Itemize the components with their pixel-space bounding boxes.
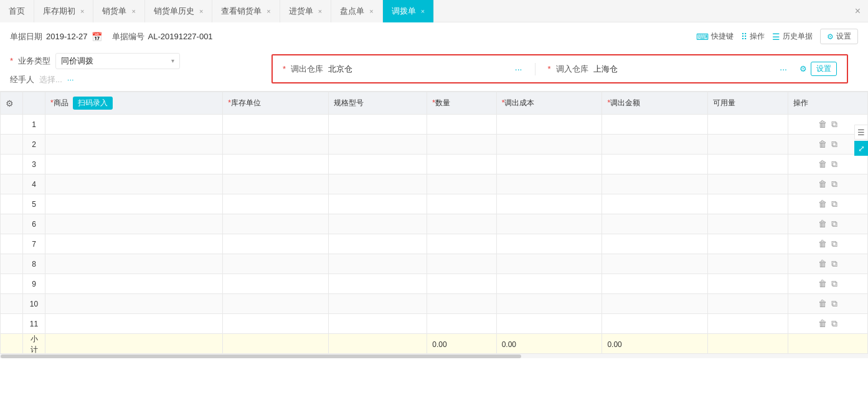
row-unit-cell[interactable] [223, 314, 329, 334]
row-unit-cell[interactable] [223, 194, 329, 214]
row-spec-cell[interactable] [328, 234, 427, 254]
row-product-cell[interactable] [45, 234, 223, 254]
row-unit-cell[interactable] [223, 135, 329, 155]
tab-sales-history[interactable]: 销货单历史 × [145, 0, 212, 22]
delete-icon[interactable]: 🗑 [818, 259, 827, 269]
row-unit-cell[interactable] [223, 294, 329, 314]
row-unit-cell[interactable] [223, 174, 329, 194]
warehouse-out-dots-btn[interactable]: ··· [515, 64, 522, 74]
scrollbar-thumb[interactable] [1, 355, 521, 358]
row-qty-cell[interactable] [427, 174, 496, 194]
row-spec-cell[interactable] [328, 135, 427, 155]
row-amount-cell[interactable] [602, 174, 708, 194]
tab-sales-order[interactable]: 销货单 × [93, 0, 144, 22]
row-available-cell[interactable] [708, 155, 788, 174]
row-product-cell[interactable] [45, 115, 223, 135]
row-spec-cell[interactable] [328, 155, 427, 174]
row-available-cell[interactable] [708, 214, 788, 234]
row-available-cell[interactable] [708, 274, 788, 294]
float-list-icon[interactable]: ☰ [854, 125, 868, 140]
tab-bar-close-btn[interactable]: × [847, 0, 868, 22]
row-available-cell[interactable] [708, 294, 788, 314]
float-expand-icon[interactable]: ⤢ [854, 141, 868, 156]
row-amount-cell[interactable] [602, 294, 708, 314]
config-btn[interactable]: 设置 [811, 62, 837, 76]
row-product-cell[interactable] [45, 155, 223, 174]
row-qty-cell[interactable] [427, 234, 496, 254]
delete-icon[interactable]: 🗑 [818, 199, 827, 209]
table-settings-icon[interactable]: ⚙ [6, 98, 14, 108]
row-product-cell[interactable] [45, 254, 223, 274]
row-qty-cell[interactable] [427, 115, 496, 135]
horizontal-scrollbar[interactable] [0, 353, 868, 358]
row-product-cell[interactable] [45, 274, 223, 294]
row-available-cell[interactable] [708, 135, 788, 155]
copy-icon[interactable]: ⧉ [831, 278, 837, 288]
row-unit-cell[interactable] [223, 115, 329, 135]
tab-sales-history-close[interactable]: × [199, 7, 203, 15]
copy-icon[interactable]: ⧉ [831, 199, 837, 209]
scan-input-btn[interactable]: 扫码录入 [73, 97, 113, 110]
row-qty-cell[interactable] [427, 254, 496, 274]
row-amount-cell[interactable] [602, 214, 708, 234]
row-available-cell[interactable] [708, 254, 788, 274]
tab-sales-order-close[interactable]: × [131, 7, 135, 15]
delete-icon[interactable]: 🗑 [818, 159, 827, 169]
row-product-cell[interactable] [45, 314, 223, 334]
row-spec-cell[interactable] [328, 274, 427, 294]
row-amount-cell[interactable] [602, 194, 708, 214]
row-amount-cell[interactable] [602, 155, 708, 174]
row-cost-cell[interactable] [496, 234, 602, 254]
delete-icon[interactable]: 🗑 [818, 119, 827, 129]
copy-icon[interactable]: ⧉ [831, 318, 837, 328]
row-qty-cell[interactable] [427, 155, 496, 174]
row-amount-cell[interactable] [602, 234, 708, 254]
row-spec-cell[interactable] [328, 294, 427, 314]
row-amount-cell[interactable] [602, 115, 708, 135]
row-qty-cell[interactable] [427, 214, 496, 234]
row-spec-cell[interactable] [328, 194, 427, 214]
tab-inventory-init[interactable]: 库存期初 × [34, 0, 93, 22]
settings-gear-icon[interactable]: ⚙ [800, 64, 807, 74]
row-unit-cell[interactable] [223, 234, 329, 254]
delete-icon[interactable]: 🗑 [818, 239, 827, 249]
copy-icon[interactable]: ⧉ [831, 219, 837, 229]
delete-icon[interactable]: 🗑 [818, 219, 827, 229]
row-product-cell[interactable] [45, 294, 223, 314]
tab-transfer[interactable]: 调拨单 × [383, 0, 434, 22]
row-qty-cell[interactable] [427, 314, 496, 334]
delete-icon[interactable]: 🗑 [818, 298, 827, 308]
row-amount-cell[interactable] [602, 254, 708, 274]
row-unit-cell[interactable] [223, 155, 329, 174]
row-unit-cell[interactable] [223, 214, 329, 234]
row-qty-cell[interactable] [427, 135, 496, 155]
tab-view-sales-close[interactable]: × [267, 7, 270, 15]
copy-icon[interactable]: ⧉ [831, 179, 837, 189]
row-spec-cell[interactable] [328, 115, 427, 135]
row-cost-cell[interactable] [496, 314, 602, 334]
copy-icon[interactable]: ⧉ [831, 259, 837, 269]
row-available-cell[interactable] [708, 115, 788, 135]
delete-icon[interactable]: 🗑 [818, 179, 827, 189]
row-spec-cell[interactable] [328, 314, 427, 334]
delete-icon[interactable]: 🗑 [818, 139, 827, 149]
handler-dots-btn[interactable]: ··· [67, 75, 74, 84]
row-cost-cell[interactable] [496, 214, 602, 234]
row-qty-cell[interactable] [427, 194, 496, 214]
row-amount-cell[interactable] [602, 314, 708, 334]
delete-icon[interactable]: 🗑 [818, 278, 827, 288]
copy-icon[interactable]: ⧉ [831, 159, 837, 169]
copy-icon[interactable]: ⧉ [831, 239, 837, 249]
row-amount-cell[interactable] [602, 274, 708, 294]
row-cost-cell[interactable] [496, 194, 602, 214]
copy-icon[interactable]: ⧉ [831, 298, 837, 308]
tab-home[interactable]: 首页 [0, 0, 34, 22]
row-product-cell[interactable] [45, 174, 223, 194]
row-cost-cell[interactable] [496, 155, 602, 174]
row-cost-cell[interactable] [496, 115, 602, 135]
warehouse-in-dots-btn[interactable]: ··· [780, 64, 787, 74]
row-available-cell[interactable] [708, 234, 788, 254]
copy-icon[interactable]: ⧉ [831, 139, 837, 149]
tab-view-sales[interactable]: 查看销货单 × [212, 0, 280, 22]
history-btn[interactable]: ☰ 历史单据 [772, 31, 813, 42]
